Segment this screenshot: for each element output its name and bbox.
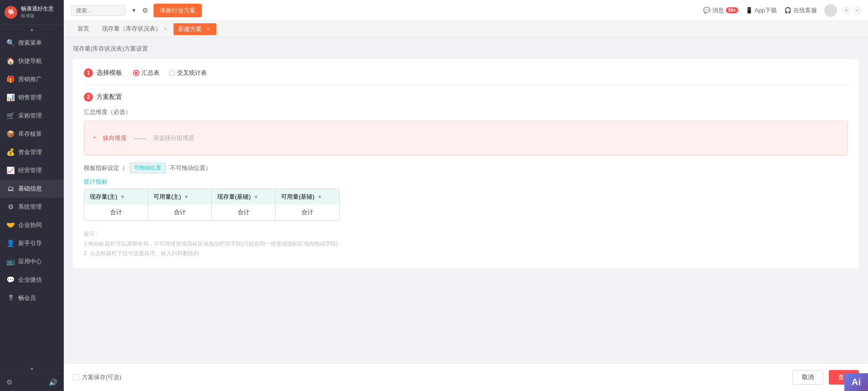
- topbar-gear-icon[interactable]: ⚙: [142, 6, 148, 15]
- sidebar-item-search[interactable]: 🔍 搜索菜单: [0, 34, 64, 52]
- sidebar-item-label: 采购管理: [18, 112, 42, 120]
- app-download-icon: 📱: [745, 7, 753, 14]
- tab-home-label: 首页: [77, 25, 89, 33]
- window-expand-button[interactable]: ⤢: [853, 7, 861, 14]
- message-button[interactable]: 💬 消息 99+: [703, 6, 738, 15]
- sidebar-item-basic-info[interactable]: 🗂 基础信息: [0, 180, 64, 198]
- app-edition: 标准版: [21, 13, 54, 19]
- movable-tag: 可拖动位置: [130, 163, 165, 173]
- step1-header: 1 选择模板 汇总表 交叉统计表: [84, 68, 848, 77]
- sidebar-item-sales[interactable]: 📊 销售管理: [0, 88, 64, 107]
- sidebar-item-member[interactable]: 🎖 畅会员: [0, 289, 64, 307]
- headset-icon: 🎧: [784, 7, 791, 14]
- app-download-button[interactable]: 📱 App下载: [745, 6, 777, 15]
- search-icon: 🔍: [6, 39, 15, 47]
- indicator-label-text: 模板指标设定（: [84, 164, 125, 172]
- chart-icon: 📊: [6, 93, 15, 102]
- step2-title: 方案配置: [97, 93, 122, 101]
- stats-table-header: 现存量(主) ▼ 可用量(主) ▼ 现存量(基辅) ▼ 可用量(基辅): [84, 189, 339, 205]
- trial-button[interactable]: 体验行业方案: [153, 4, 202, 17]
- col-chevron-3[interactable]: ▼: [317, 194, 322, 200]
- tips-section: 提示： 1.拖动标题栏可以调整布局，不可跨维度或指标区域拖动栏目字段(只能在同一…: [84, 229, 848, 259]
- sidebar-item-label: 企业微信: [18, 276, 42, 284]
- gift-icon: 🎁: [6, 75, 15, 83]
- sidebar-item-collab[interactable]: 🤝 企业协同: [0, 216, 64, 234]
- app-logo: 畅 畅康通好生意 标准版: [0, 0, 64, 25]
- sidebar-item-nav[interactable]: 🏠 快捷导航: [0, 52, 64, 70]
- cart-icon: 🛒: [6, 112, 15, 120]
- radio-cross-dot: [168, 70, 175, 76]
- dimension-label-text: 汇总维度（必选）: [84, 108, 131, 115]
- radio-cross-table[interactable]: 交叉统计表: [168, 69, 207, 77]
- tips-item2: 2. 点击标题栏下拉可设置排序、插入列和删除列: [84, 249, 848, 259]
- main-area: ▼ ⚙ 体验行业方案 💬 消息 99+ 📱 App下载 🎧 在线客服 ✕ ⤢: [64, 0, 868, 391]
- page-title: 现存量(库存状况表)方案设置: [73, 45, 859, 53]
- tab-new-plan-close-icon[interactable]: ×: [204, 26, 212, 33]
- topbar: ▼ ⚙ 体验行业方案 💬 消息 99+ 📱 App下载 🎧 在线客服 ✕ ⤢: [64, 0, 868, 21]
- tab-new-plan[interactable]: 新建方案 ×: [174, 23, 216, 35]
- cancel-button[interactable]: 取消: [792, 370, 823, 385]
- step2-badge: 2: [84, 93, 93, 102]
- tab-inventory-close[interactable]: ×: [164, 26, 167, 32]
- money-icon: 💰: [6, 148, 15, 156]
- stats-title: 统计指标: [84, 178, 848, 186]
- sidebar-item-inventory[interactable]: 📦 库存核算: [0, 125, 64, 143]
- speaker-icon[interactable]: 🔊: [49, 378, 57, 386]
- col-chevron-0[interactable]: ▼: [120, 194, 125, 200]
- radio-summary-dot: [133, 70, 139, 76]
- save-checkbox[interactable]: [73, 374, 79, 381]
- stats-col-header-2[interactable]: 现存量(基辅) ▼: [212, 189, 276, 205]
- dimension-dash: ——: [134, 135, 146, 142]
- sidebar-scroll-down[interactable]: ▼: [0, 365, 64, 373]
- stats-cell-2: 合计: [212, 205, 276, 220]
- sidebar-item-wechat[interactable]: 💬 企业微信: [0, 271, 64, 289]
- stats-col-header-3[interactable]: 可用量(基辅) ▼: [276, 189, 339, 205]
- settings-icon[interactable]: ⚙: [6, 378, 12, 386]
- window-close-button[interactable]: ✕: [842, 7, 850, 14]
- tab-inventory[interactable]: 现存量（库存状况表） ×: [96, 21, 174, 37]
- dim-required-star: *: [93, 135, 96, 142]
- sidebar-item-business[interactable]: 📈 经营管理: [0, 161, 64, 180]
- search-input[interactable]: [71, 5, 126, 16]
- sidebar-item-label: 资金管理: [18, 148, 42, 156]
- sidebar-item-finance[interactable]: 💰 资金管理: [0, 143, 64, 161]
- sidebar-item-system[interactable]: ⚙ 系统管理: [0, 198, 64, 216]
- online-service-button[interactable]: 🎧 在线客服: [784, 6, 817, 15]
- sidebar-item-guide[interactable]: 👤 新手引导: [0, 234, 64, 252]
- sidebar-nav: 🔍 搜索菜单 🏠 快捷导航 🎁 营销推广 📊 销售管理 🛒 采购管理 📦 库存核…: [0, 34, 64, 365]
- col-chevron-2[interactable]: ▼: [254, 194, 259, 200]
- radio-summary-table[interactable]: 汇总表: [133, 69, 159, 77]
- sidebar-item-label: 营销推广: [18, 75, 42, 83]
- tips-item1: 1.拖动标题栏可以调整布局，不可跨维度或指标区域拖动栏目字段(只能在同一维度或指…: [84, 239, 848, 249]
- sidebar-item-purchase[interactable]: 🛒 采购管理: [0, 107, 64, 125]
- sidebar-item-label: 畅会员: [18, 294, 36, 302]
- box-icon: 📦: [6, 130, 15, 138]
- tab-new-plan-label: 新建方案: [178, 25, 202, 33]
- user-avatar[interactable]: [824, 4, 837, 17]
- sidebar-item-app-center[interactable]: 📺 应用中心: [0, 252, 64, 271]
- ai-badge[interactable]: Ai: [844, 373, 868, 391]
- col-chevron-1[interactable]: ▼: [184, 194, 189, 200]
- sidebar-item-label: 经营管理: [18, 166, 42, 175]
- save-option[interactable]: 方案保存(可选): [73, 373, 122, 381]
- tabbar: 首页 现存量（库存状况表） × 新建方案 ×: [64, 21, 868, 37]
- stats-col-header-0[interactable]: 现存量(主) ▼: [84, 189, 148, 205]
- sidebar-item-label: 搜索菜单: [18, 39, 42, 47]
- online-service-label: 在线客服: [793, 6, 817, 15]
- sidebar-item-label: 库存核算: [18, 130, 42, 138]
- stats-col-header-1[interactable]: 可用量(主) ▼: [148, 189, 212, 205]
- step1-badge: 1: [84, 68, 93, 77]
- handshake-icon: 🤝: [6, 221, 15, 229]
- stats-cell-1: 合计: [148, 205, 212, 220]
- sidebar-item-marketing[interactable]: 🎁 营销推广: [0, 70, 64, 88]
- wechat-icon: 💬: [6, 276, 15, 284]
- window-controls: ✕ ⤢: [842, 7, 861, 14]
- dimension-box[interactable]: * 纵向维度 —— 请选择分组维度: [84, 121, 848, 155]
- sidebar-item-label: 新手引导: [18, 239, 42, 247]
- dropdown-icon[interactable]: ▼: [131, 7, 137, 14]
- save-label: 方案保存(可选): [82, 373, 122, 381]
- stats-cell-0: 合计: [84, 205, 148, 220]
- vip-icon: 🎖: [6, 294, 15, 302]
- tab-home[interactable]: 首页: [71, 21, 96, 37]
- sidebar-scroll-up[interactable]: ▲: [0, 25, 64, 34]
